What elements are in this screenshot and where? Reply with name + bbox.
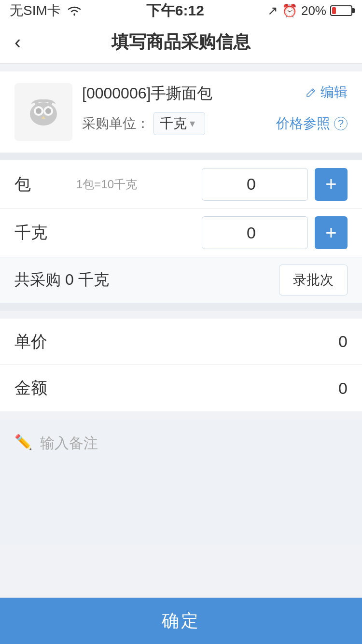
batch-button[interactable]: 录批次	[279, 265, 348, 295]
confirm-button[interactable]: 确定	[0, 598, 362, 644]
page-title: 填写商品采购信息	[111, 30, 251, 54]
separator-1	[0, 153, 362, 160]
unit-price-row: 单价 0	[0, 319, 362, 365]
unit-select[interactable]: 千克 ▾	[153, 112, 205, 135]
price-ref-button[interactable]: 价格参照 ?	[276, 114, 348, 133]
product-logo-icon	[24, 93, 63, 131]
svg-point-4	[45, 108, 51, 114]
kg-row: 千克 +	[0, 209, 362, 257]
note-placeholder: 输入备注	[40, 434, 98, 453]
battery-icon	[330, 5, 352, 16]
kg-plus-button[interactable]: +	[315, 216, 348, 249]
status-left: 无SIM卡	[10, 1, 83, 20]
help-icon: ?	[334, 117, 348, 130]
product-thumbnail	[14, 83, 72, 141]
edit-icon	[305, 86, 318, 98]
total-row: 共采购 0 千克 录批次	[0, 257, 362, 303]
svg-point-0	[30, 102, 57, 126]
dropdown-icon: ▾	[190, 117, 195, 130]
note-icon: ✏️	[14, 434, 32, 450]
unit-label: 采购单位：	[82, 114, 150, 133]
bag-input[interactable]	[202, 168, 308, 201]
quantity-inputs: 包 1包=10千克 + 千克 +	[0, 160, 362, 257]
unit-price-label: 单价	[14, 331, 338, 353]
bag-sublabel: 1包=10千克	[76, 177, 137, 192]
bag-label: 包	[14, 173, 72, 196]
nav-bar: ‹ 填写商品采购信息	[0, 21, 362, 64]
edit-button[interactable]: 编辑	[305, 83, 348, 101]
kg-input[interactable]	[202, 216, 308, 249]
carrier-label: 无SIM卡	[10, 1, 61, 20]
back-button[interactable]: ‹	[14, 31, 43, 53]
product-name: [0000006]手撕面包	[82, 83, 305, 104]
product-card: [0000006]手撕面包 编辑 采购单位： 千克 ▾ 价格参照 ?	[0, 71, 362, 153]
svg-point-3	[36, 108, 42, 114]
product-info: [0000006]手撕面包 编辑 采购单位： 千克 ▾ 价格参照 ?	[82, 83, 348, 135]
total-text: 共采购 0 千克	[14, 269, 279, 291]
battery-pct: 20%	[301, 3, 326, 18]
amount-value: 0	[338, 379, 348, 398]
status-right: ↗ ⏰ 20%	[267, 3, 352, 18]
alarm-icon: ⏰	[282, 3, 297, 18]
note-section[interactable]: ✏️ 输入备注	[0, 419, 362, 545]
pricing-section: 单价 0 金额 0	[0, 319, 362, 411]
unit-price-value: 0	[338, 332, 348, 351]
kg-label: 千克	[14, 222, 72, 244]
bag-row: 包 1包=10千克 +	[0, 160, 362, 209]
amount-row: 金额 0	[0, 365, 362, 411]
separator-2	[0, 303, 362, 311]
status-bar: 无SIM卡 下午6:12 ↗ ⏰ 20%	[0, 0, 362, 21]
wifi-icon	[66, 4, 83, 17]
amount-label: 金额	[14, 377, 338, 399]
location-icon: ↗	[267, 3, 278, 18]
bag-plus-button[interactable]: +	[315, 168, 348, 201]
status-time: 下午6:12	[146, 1, 204, 21]
